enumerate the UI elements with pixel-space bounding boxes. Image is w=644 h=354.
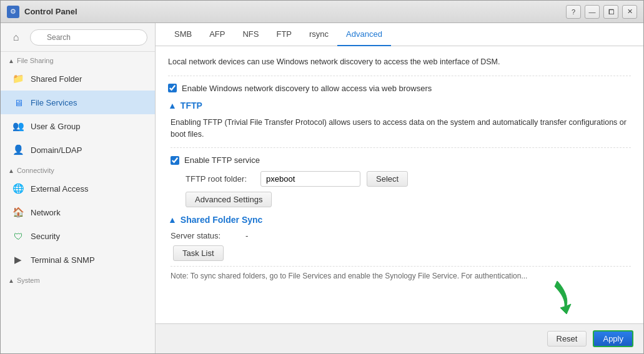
home-icon[interactable]: ⌂ [8,29,24,46]
sidebar-item-terminal-snmp[interactable]: ▶ Terminal & SNMP [1,248,155,272]
server-status-value: - [245,231,248,240]
titlebar: ⚙ Control Panel ? — ⧠ ✕ [1,1,643,23]
minimize-button[interactable]: — [585,5,600,19]
network-icon: 🏠 [12,206,24,219]
sidebar-group-system[interactable]: ▲ System [1,272,155,287]
tab-rsync[interactable]: rsync [300,23,337,46]
sidebar-item-user-group[interactable]: 👥 User & Group [1,114,155,138]
shared-folder-sync-title: Shared Folder Sync [181,215,262,225]
task-list-button[interactable]: Task List [173,245,224,261]
search-wrapper: 🔍 [30,29,147,46]
sidebar-item-external-access[interactable]: 🌐 External Access [1,177,155,200]
tftp-root-folder-label: TFTP root folder: [186,174,254,184]
window-controls: ? — ⧠ ✕ [566,5,637,19]
tftp-root-folder-input[interactable] [260,171,360,187]
content-area: ⌂ 🔍 ▲ File Sharing 📁 Shared Folder 🖥 Fil… [1,23,643,353]
windows-discovery-checkbox[interactable] [168,84,177,92]
shared-folder-sync-header[interactable]: ▲ Shared Folder Sync [168,215,631,225]
sidebar: ⌂ 🔍 ▲ File Sharing 📁 Shared Folder 🖥 Fil… [1,23,156,353]
sidebar-group-connectivity[interactable]: ▲ Connectivity [1,162,155,177]
sidebar-item-label-security: Security [31,232,60,241]
sidebar-item-file-services[interactable]: 🖥 File Services [1,91,155,114]
tabs-bar: SMB AFP NFS FTP rsync Advanced [156,23,643,46]
windows-discovery-desc: Local network devices can use Windows ne… [168,56,631,76]
sidebar-item-label-user-group: User & Group [31,122,80,131]
sidebar-item-label-domain-ldap: Domain/LDAP [31,145,82,155]
maximize-button[interactable]: ⧠ [603,5,618,19]
note-text: Note: To sync shared folders, go to File… [171,266,631,285]
apply-button[interactable]: Apply [593,330,633,347]
tab-advanced[interactable]: Advanced [337,23,391,46]
tftp-advanced-settings-button[interactable]: Advanced Settings [186,192,272,207]
external-access-icon: 🌐 [12,182,24,195]
sidebar-group-label-connectivity: Connectivity [17,167,54,174]
chevron-down-icon: ▲ [8,57,14,64]
app-icon: ⚙ [7,6,19,18]
server-status-row: Server status: - [171,231,631,240]
sidebar-item-label-file-services: File Services [31,98,77,107]
tftp-section-body: Enabling TFTP (Trivial File Transfer Pro… [168,117,631,208]
main-wrapper: SMB AFP NFS FTP rsync Advanced Local net… [156,23,643,353]
shared-folder-icon: 📁 [12,72,24,85]
tftp-enable-label: Enable TFTP service [184,155,260,165]
panel-content: Local network devices can use Windows ne… [156,46,643,323]
domain-ldap-icon: 👤 [12,144,24,156]
tftp-root-folder-row: TFTP root folder: Select [186,171,631,187]
sidebar-item-label-shared-folder: Shared Folder [31,74,82,84]
search-input[interactable] [30,29,147,46]
window-title: Control Panel [24,7,561,16]
windows-discovery-checkbox-row: Enable Windows network discovery to allo… [168,84,631,93]
chevron-down-icon-connectivity: ▲ [8,167,14,174]
tftp-advanced-btn-row: Advanced Settings [186,192,631,207]
reset-button[interactable]: Reset [547,331,587,347]
shared-folder-sync-body: Server status: - Task List Note: To sync… [168,231,631,285]
tftp-title: TFTP [181,101,202,111]
tab-ftp[interactable]: FTP [267,23,300,46]
terminal-icon: ▶ [12,253,24,266]
chevron-up-tftp: ▲ [168,101,177,111]
file-services-icon: 🖥 [12,96,24,109]
tftp-select-button[interactable]: Select [367,171,408,187]
tftp-enable-checkbox[interactable] [171,156,179,165]
user-group-icon: 👥 [12,120,24,132]
tftp-enable-checkbox-row: Enable TFTP service [171,155,631,165]
sidebar-header: ⌂ 🔍 [1,23,155,52]
chevron-down-icon-system: ▲ [8,277,14,284]
sidebar-item-label-network: Network [31,208,61,217]
control-panel-window: ⚙ Control Panel ? — ⧠ ✕ ⌂ 🔍 ▲ File Sh [0,0,644,354]
chevron-up-sfs: ▲ [168,215,177,225]
sidebar-item-domain-ldap[interactable]: 👤 Domain/LDAP [1,138,155,162]
sidebar-item-shared-folder[interactable]: 📁 Shared Folder [1,67,155,91]
server-status-label: Server status: [171,231,239,240]
tab-nfs[interactable]: NFS [234,23,267,46]
tab-smb[interactable]: SMB [166,23,201,46]
help-button[interactable]: ? [566,5,581,19]
sidebar-item-network[interactable]: 🏠 Network [1,200,155,224]
tftp-section-header[interactable]: ▲ TFTP [168,101,631,111]
sidebar-item-label-external-access: External Access [31,184,89,194]
sidebar-group-label-file-sharing: File Sharing [17,57,54,64]
main-content: SMB AFP NFS FTP rsync Advanced Local net… [156,23,643,323]
security-icon: 🛡 [12,230,24,242]
sidebar-item-label-terminal: Terminal & SNMP [31,255,95,265]
tab-afp[interactable]: AFP [201,23,234,46]
sidebar-item-security[interactable]: 🛡 Security [1,224,155,248]
tftp-description: Enabling TFTP (Trivial File Transfer Pro… [171,117,631,149]
sidebar-group-file-sharing[interactable]: ▲ File Sharing [1,52,155,67]
close-button[interactable]: ✕ [622,5,637,19]
windows-discovery-label: Enable Windows network discovery to allo… [182,84,432,93]
footer: Reset Apply [156,323,643,353]
sidebar-group-label-system: System [17,277,40,284]
